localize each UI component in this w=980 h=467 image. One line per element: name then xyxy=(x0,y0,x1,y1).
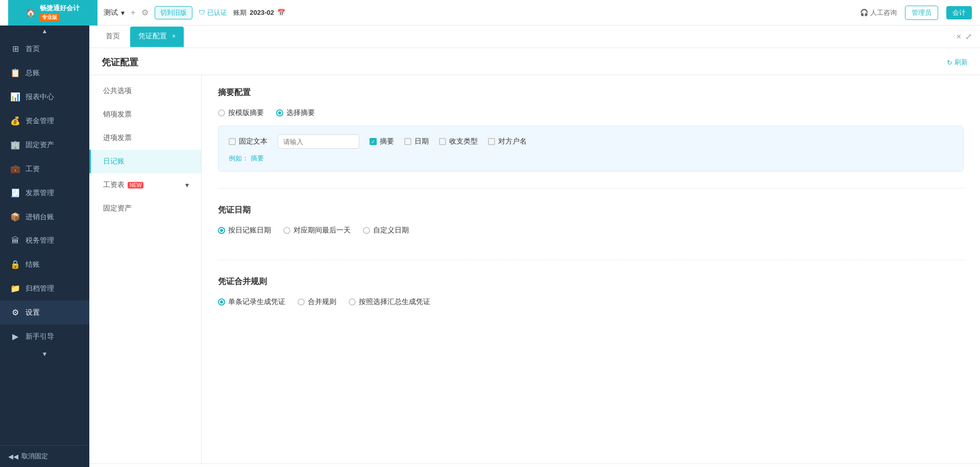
logo-icon: 🏠 xyxy=(26,8,36,17)
admin-button[interactable]: 管理员 xyxy=(905,6,938,20)
sidebar-item-tax[interactable]: 🏛 税务管理 xyxy=(0,229,89,252)
radio-select-summary[interactable]: 选择摘要 xyxy=(276,108,315,118)
fixed-text-checkbox xyxy=(229,138,236,145)
sidebar-label-report: 报表中心 xyxy=(26,92,54,102)
tab-voucher-config[interactable]: 凭证配置 × xyxy=(130,27,184,47)
sidebar-item-archive[interactable]: 📁 归档管理 xyxy=(0,276,89,300)
tax-icon: 🏛 xyxy=(10,236,20,245)
config-layout: 公共选项 销项发票 进项发票 日记账 工资表 NEW xyxy=(89,75,980,463)
merge-section: 凭证合并规则 单条记录生成凭证 合并规则 xyxy=(218,276,964,331)
settings-sidebar-icon: ⚙ xyxy=(10,308,20,317)
archive-icon: 📁 xyxy=(10,284,20,293)
checkbox-summary[interactable]: ✓ 摘要 xyxy=(370,137,394,146)
tab-home[interactable]: 首页 xyxy=(97,27,128,47)
summary-checkbox: ✓ xyxy=(370,138,377,145)
checkbox-fixed-text[interactable]: 固定文本 xyxy=(229,137,267,146)
merge-rule-circle xyxy=(298,298,305,306)
sidebar-item-report[interactable]: 📊 报表中心 xyxy=(0,85,89,109)
project-name: 测试 xyxy=(104,8,118,17)
date-section-title: 凭证日期 xyxy=(218,205,964,216)
invoice-icon: 🧾 xyxy=(10,188,20,198)
calendar-icon[interactable]: 📅 xyxy=(277,9,285,16)
page-header: 凭证配置 ↻ 刷新 xyxy=(89,48,980,75)
add-icon[interactable]: + xyxy=(131,8,135,17)
sidebar-item-closing[interactable]: 🔒 结账 xyxy=(0,252,89,276)
header-right: 🎧 人工咨询 管理员 会计 xyxy=(860,6,972,20)
period-info: 账期 2023-02 📅 xyxy=(233,8,285,17)
radio-merge-rule[interactable]: 合并规则 xyxy=(298,297,336,307)
config-nav-sales-invoice[interactable]: 销项发票 xyxy=(89,103,201,126)
guide-icon: ▶ xyxy=(10,332,20,341)
date-radio-group: 按日记账日期 对应期间最后一天 自定义日期 xyxy=(218,226,964,235)
summary-radio-group: 按模版摘要 选择摘要 xyxy=(218,108,964,118)
tab-close-button[interactable]: × xyxy=(172,33,176,40)
settings-icon[interactable]: ⚙ xyxy=(141,8,149,17)
summary-section: 摘要配置 按模版摘要 选择摘要 xyxy=(218,87,964,189)
sidebar-label-payroll: 工资 xyxy=(26,165,40,174)
tab-expand-icon[interactable]: ⤢ xyxy=(965,32,972,41)
sidebar-item-fund[interactable]: 💰 资金管理 xyxy=(0,109,89,133)
sidebar-item-payroll[interactable]: 💼 工资 xyxy=(0,157,89,181)
sidebar-scroll-up[interactable]: ▲ xyxy=(0,26,89,37)
config-nav-public[interactable]: 公共选项 xyxy=(89,79,201,103)
tab-bar: 首页 凭证配置 × × ⤢ xyxy=(89,26,980,48)
checkbox-payment-type[interactable]: 收支类型 xyxy=(439,137,478,146)
company-name: 畅捷通好会计 xyxy=(40,4,80,13)
refresh-icon: ↻ xyxy=(947,59,952,66)
config-nav-payroll-table[interactable]: 工资表 NEW ▾ xyxy=(89,173,201,197)
switch-old-button[interactable]: 切到旧版 xyxy=(155,6,192,19)
custom-date-circle xyxy=(363,227,370,234)
by-selection-circle xyxy=(349,298,356,306)
cancel-fixed-button[interactable]: ◀◀ 取消固定 xyxy=(0,445,89,467)
sidebar-item-ledger[interactable]: 📋 总账 xyxy=(0,61,89,85)
chevron-down-icon: ▾ xyxy=(185,181,189,189)
sidebar-item-home[interactable]: ⊞ 首页 xyxy=(0,37,89,61)
tab-bar-actions: × ⤢ xyxy=(957,32,972,41)
consult-button[interactable]: 🎧 人工咨询 xyxy=(860,8,897,17)
radio-by-selection[interactable]: 按照选择汇总生成凭证 xyxy=(349,297,430,307)
closing-icon: 🔒 xyxy=(10,260,20,269)
config-nav-purchase-invoice[interactable]: 进项发票 xyxy=(89,126,201,150)
sidebar-item-settings[interactable]: ⚙ 设置 xyxy=(0,300,89,324)
sidebar-item-invoice[interactable]: 🧾 发票管理 xyxy=(0,181,89,205)
payroll-icon: 💼 xyxy=(10,164,20,174)
asset-icon: 🏢 xyxy=(10,140,20,150)
tab-close-all-icon[interactable]: × xyxy=(957,32,961,41)
new-badge: NEW xyxy=(128,182,143,189)
radio-template-summary[interactable]: 按模版摘要 xyxy=(218,108,264,118)
radio-journal-date[interactable]: 按日记账日期 xyxy=(218,226,271,235)
radio-last-day[interactable]: 对应期间最后一天 xyxy=(283,226,351,235)
page-content: 凭证配置 ↻ 刷新 公共选项 销项发票 进项发票 xyxy=(89,48,980,467)
sidebar-label-asset: 固定资产 xyxy=(26,141,54,150)
last-day-circle xyxy=(283,227,290,234)
sidebar-item-asset[interactable]: 🏢 固定资产 xyxy=(0,133,89,157)
home-icon: ⊞ xyxy=(10,44,20,54)
sidebar-item-sales[interactable]: 📦 进销台账 xyxy=(0,205,89,229)
checkbox-date[interactable]: 日期 xyxy=(404,137,429,146)
checkbox-counterparty[interactable]: 对方户名 xyxy=(488,137,527,146)
refresh-button[interactable]: ↻ 刷新 xyxy=(947,58,968,73)
config-nav-journal[interactable]: 日记账 xyxy=(89,150,201,173)
company-logo: 🏠 畅捷通好会计 专业版 xyxy=(8,0,97,26)
radio-custom-date[interactable]: 自定义日期 xyxy=(363,226,409,235)
accountant-button[interactable]: 会计 xyxy=(946,6,972,19)
period-value: 2023-02 xyxy=(250,9,274,16)
project-selector[interactable]: 测试 ▾ xyxy=(104,8,125,17)
fixed-text-input[interactable] xyxy=(278,134,359,149)
content-area: 首页 凭证配置 × × ⤢ 凭证配置 ↻ 刷新 xyxy=(89,26,980,467)
sidebar-label-closing: 结账 xyxy=(26,260,40,269)
top-header: 🏠 畅捷通好会计 专业版 测试 ▾ + ⚙ 切到旧版 🛡 已认证 账期 2023… xyxy=(0,0,980,26)
single-record-circle xyxy=(218,298,225,306)
sidebar-label-archive: 归档管理 xyxy=(26,284,54,293)
radio-single-record[interactable]: 单条记录生成凭证 xyxy=(218,297,285,307)
sidebar-label-tax: 税务管理 xyxy=(26,236,54,245)
sidebar-scroll-down[interactable]: ▼ xyxy=(0,348,89,360)
page-footer: 保存 xyxy=(89,463,980,467)
merge-section-title: 凭证合并规则 xyxy=(218,276,964,287)
shield-icon: 🛡 xyxy=(199,9,205,16)
config-nav-fixed-asset[interactable]: 固定资产 xyxy=(89,197,201,220)
sidebar-item-guide[interactable]: ▶ 新手引导 xyxy=(0,324,89,348)
config-nav: 公共选项 销项发票 进项发票 日记账 工资表 NEW xyxy=(89,75,202,463)
main-layout: ▲ ⊞ 首页 📋 总账 📊 报表中心 💰 资金管理 🏢 固定资产 💼 工资 🧾 … xyxy=(0,26,980,467)
ledger-icon: 📋 xyxy=(10,68,20,78)
